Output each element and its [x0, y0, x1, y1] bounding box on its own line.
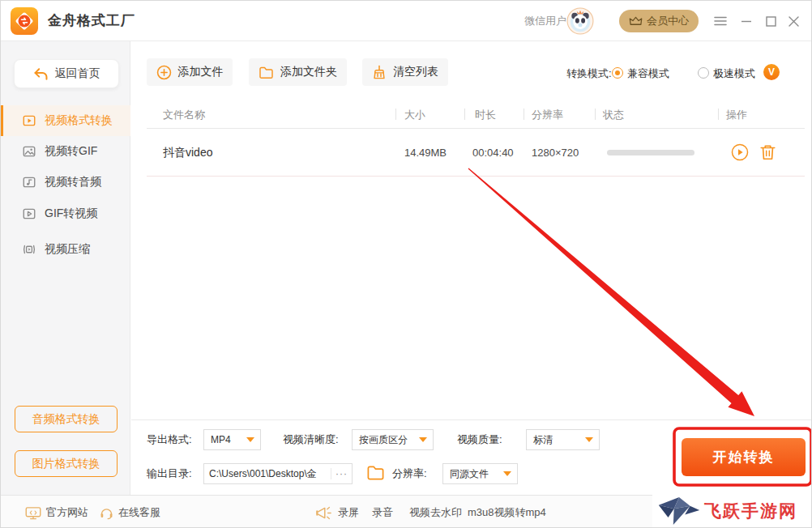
app-title: 金舟格式工厂	[48, 1, 135, 41]
sidebar-item-label: 视频压缩	[45, 242, 90, 257]
quality-label: 视频质量:	[457, 429, 502, 450]
col-header-size: 大小	[404, 108, 425, 122]
col-header-filename: 文件名称	[163, 108, 205, 122]
compress-icon	[22, 242, 36, 257]
browse-dots-button[interactable]: ···	[331, 468, 352, 479]
footer-link-label: m3u8视频转mp4	[468, 505, 546, 520]
output-dir-value: C:\Users\001\Desktop\金	[204, 467, 331, 481]
crown-icon	[629, 15, 643, 27]
clear-list-label: 清空列表	[393, 65, 438, 79]
clarity-value: 按画质区分	[353, 433, 419, 447]
col-header-status: 状态	[603, 108, 624, 122]
headset-icon	[100, 506, 113, 520]
image-format-convert-button[interactable]: 图片格式转换	[15, 450, 118, 477]
annotation-arrow	[468, 168, 754, 417]
footer-link-m3u8-to-mp4[interactable]: m3u8视频转mp4	[468, 496, 546, 528]
maximize-button[interactable]	[761, 11, 780, 31]
header-divider	[464, 109, 465, 120]
official-site-link[interactable]: 官方网站	[25, 496, 88, 528]
sidebar-item-label: 视频格式转换	[45, 113, 113, 128]
clear-list-button[interactable]: 清空列表	[362, 58, 448, 86]
chevron-down-icon	[585, 437, 593, 442]
out-resolution-label: 分辨率:	[392, 463, 427, 484]
footer-link-audio-record[interactable]: 录音	[372, 496, 393, 528]
back-home-button[interactable]: 返回首页	[14, 59, 119, 88]
quality-select[interactable]: 标清	[526, 429, 600, 450]
compatible-mode-label[interactable]: 兼容模式	[627, 66, 669, 81]
online-service-link[interactable]: 在线客服	[100, 496, 160, 528]
back-arrow-icon	[33, 67, 49, 81]
online-service-label: 在线客服	[118, 505, 160, 520]
footer-link-label: 录屏	[338, 505, 359, 520]
video-icon	[22, 113, 36, 128]
chevron-down-icon	[503, 471, 511, 476]
header-divider	[524, 109, 524, 120]
sidebar-item-video-to-gif[interactable]: 视频转GIF	[1, 136, 130, 167]
export-format-value: MP4	[204, 434, 246, 445]
close-button[interactable]	[784, 11, 803, 31]
footer-link-screen-record[interactable]: 录屏	[338, 496, 359, 528]
header-divider	[395, 109, 396, 120]
cell-size: 14.49MB	[404, 147, 447, 159]
sidebar-item-video-to-audio[interactable]: 视频转音频	[1, 167, 130, 198]
output-dir-input[interactable]: C:\Users\001\Desktop\金 ···	[203, 463, 353, 484]
export-format-select[interactable]: MP4	[203, 429, 261, 450]
megaphone-icon	[315, 505, 332, 521]
quality-value: 标清	[527, 433, 585, 447]
col-header-duration: 时长	[475, 108, 496, 122]
radio-fast-mode[interactable]	[698, 67, 709, 79]
audio-format-convert-button[interactable]: 音频格式转换	[15, 406, 118, 432]
sidebar-item-label: GIF转视频	[45, 207, 97, 221]
audio-format-convert-label: 音频格式转换	[32, 412, 100, 427]
add-folder-label: 添加文件夹	[280, 65, 337, 79]
open-folder-icon[interactable]	[366, 464, 385, 481]
sidebar-item-gif-to-video[interactable]: GIF转视频	[1, 198, 130, 229]
app-logo-icon	[11, 7, 38, 35]
cell-resolution: 1280×720	[532, 147, 579, 159]
site-watermark: 飞跃手游网	[652, 492, 812, 528]
fast-mode-label[interactable]: 极速模式	[713, 66, 755, 81]
output-dir-label: 输出目录:	[147, 463, 192, 484]
header-divider	[595, 109, 596, 120]
out-resolution-select[interactable]: 同源文件	[442, 463, 518, 484]
delete-row-button[interactable]	[759, 143, 776, 161]
out-resolution-value: 同源文件	[443, 467, 503, 481]
vip-badge[interactable]: V	[763, 64, 780, 80]
back-home-label: 返回首页	[55, 66, 100, 81]
monitor-icon	[25, 506, 41, 520]
add-folder-button[interactable]: 添加文件夹	[249, 58, 347, 86]
sidebar-item-label: 视频转音频	[45, 175, 101, 189]
sidebar-item-video-compress[interactable]: 视频压缩	[1, 234, 130, 265]
play-row-button[interactable]	[731, 143, 749, 161]
start-convert-button[interactable]: 开始转换	[682, 438, 806, 476]
header-divider	[718, 109, 719, 120]
add-file-label: 添加文件	[178, 65, 224, 79]
menu-icon[interactable]	[711, 11, 730, 31]
col-header-resolution: 分辨率	[532, 108, 563, 122]
sidebar: 返回首页 视频格式转换 视频转GIF 视频转音频 GIF转视频 视频压缩 音频格…	[1, 41, 130, 495]
music-icon	[22, 175, 36, 189]
add-file-button[interactable]: 添加文件	[147, 58, 233, 86]
sidebar-item-video-convert[interactable]: 视频格式转换	[1, 105, 130, 136]
sidebar-item-label: 视频转GIF	[45, 144, 97, 159]
watermark-text: 飞跃手游网	[704, 500, 797, 522]
folder-icon	[259, 66, 274, 79]
broom-icon	[372, 65, 387, 80]
footer-link-label: 视频去水印	[409, 505, 462, 520]
clarity-label: 视频清晰度:	[283, 429, 339, 450]
convert-mode-label: 转换模式:	[566, 66, 612, 81]
user-avatar[interactable]	[566, 7, 594, 35]
minimize-button[interactable]	[737, 11, 756, 31]
image-icon	[22, 144, 36, 159]
title-bar: 金舟格式工厂 微信用户 会员中心	[1, 1, 812, 41]
chevron-down-icon	[246, 437, 254, 442]
chevron-down-icon	[419, 437, 427, 442]
official-site-label: 官方网站	[46, 505, 88, 520]
app-window: 金舟格式工厂 微信用户 会员中心	[0, 0, 812, 528]
radio-compatible-mode[interactable]	[612, 67, 623, 79]
play-rect-icon	[22, 207, 36, 221]
footer-link-remove-watermark[interactable]: 视频去水印	[409, 496, 462, 528]
clarity-select[interactable]: 按画质区分	[352, 429, 434, 450]
member-center-button[interactable]: 会员中心	[619, 10, 699, 32]
user-label: 微信用户	[524, 1, 566, 41]
